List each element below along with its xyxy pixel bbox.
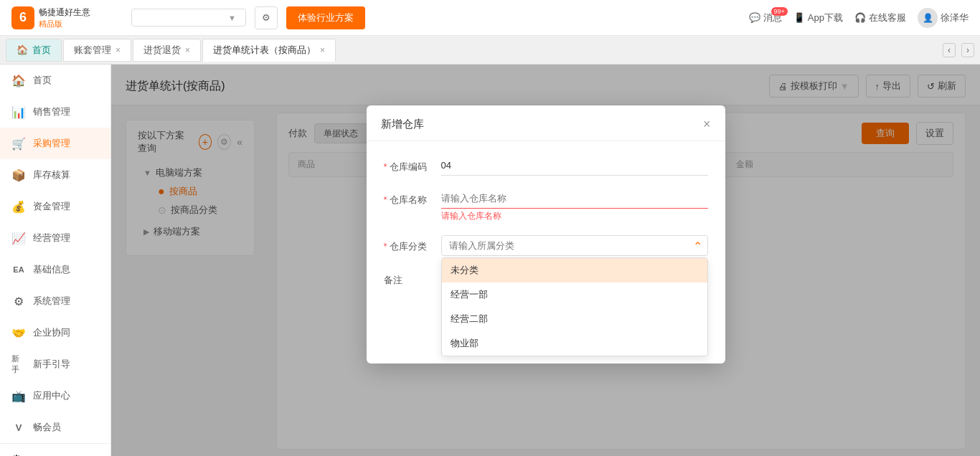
sidebar-item-apps[interactable]: 📺 应用中心 bbox=[0, 380, 110, 412]
code-label: * 仓库编码 bbox=[384, 156, 441, 174]
name-label: * 仓库名称 bbox=[384, 189, 441, 206]
sidebar-bottom: ⚙ ◀ bbox=[0, 443, 110, 456]
dropdown-item-ops1[interactable]: 经营一部 bbox=[442, 282, 707, 307]
sidebar-item-enterprise[interactable]: 🤝 企业协同 bbox=[0, 317, 110, 348]
message-badge: 99+ bbox=[771, 7, 788, 16]
sidebar-item-home[interactable]: 🏠 首页 bbox=[0, 65, 110, 96]
enterprise-icon: 🤝 bbox=[11, 326, 26, 340]
name-input-wrap: 请输入仓库名称 bbox=[441, 189, 708, 222]
tab-purchase-return[interactable]: 进货退货 × bbox=[133, 39, 201, 62]
sidebar-item-operations[interactable]: 📈 经营管理 bbox=[0, 222, 110, 254]
dropdown-item-uncategorized[interactable]: 未分类 bbox=[442, 258, 707, 282]
operations-icon: 📈 bbox=[11, 231, 26, 245]
category-input[interactable] bbox=[441, 235, 708, 256]
apps-icon: 📺 bbox=[11, 389, 26, 403]
experience-button[interactable]: 体验行业方案 bbox=[286, 6, 365, 29]
home-sidebar-icon: 🏠 bbox=[11, 73, 26, 87]
logo-icon: 6 bbox=[11, 6, 34, 29]
tab-prev-button[interactable]: ‹ bbox=[943, 43, 956, 57]
code-input[interactable] bbox=[441, 156, 708, 176]
content-area: 进货单统计(按商品) 🖨 按模板打印 ▼ ↑ 导出 ↺ 刷新 bbox=[111, 65, 980, 456]
category-chevron-icon[interactable]: ⌃ bbox=[693, 239, 702, 252]
header-right: 💬 消息 99+ 📱 App下载 🎧 在线客服 👤 徐泽华 bbox=[749, 8, 969, 28]
vip-icon: V bbox=[11, 420, 26, 434]
online-service-button[interactable]: 🎧 在线客服 bbox=[854, 11, 906, 24]
logo-area: 6 畅捷通好生意 精品版 bbox=[11, 6, 123, 29]
collapse-icon[interactable]: ◀ bbox=[29, 452, 37, 456]
tab-accounts[interactable]: 账套管理 × bbox=[63, 39, 131, 62]
gear-icon: ⚙ bbox=[262, 12, 270, 23]
top-header: 6 畅捷通好生意 精品版 日太阳膜 ▼ ⚙ 体验行业方案 💬 消息 99+ 📱 … bbox=[0, 0, 980, 36]
name-input[interactable] bbox=[441, 189, 708, 209]
name-error-message: 请输入仓库名称 bbox=[441, 210, 708, 222]
settings-bottom-icon[interactable]: ⚙ bbox=[11, 452, 22, 456]
inventory-icon: 📦 bbox=[11, 168, 26, 182]
mobile-icon: 📱 bbox=[793, 12, 805, 23]
main-layout: 🏠 首页 📊 销售管理 🛒 采购管理 📦 库存核算 💰 资金管理 📈 经营管理 … bbox=[0, 65, 980, 456]
sidebar: 🏠 首页 📊 销售管理 🛒 采购管理 📦 库存核算 💰 资金管理 📈 经营管理 … bbox=[0, 65, 111, 456]
search-input[interactable]: 日太阳膜 bbox=[138, 12, 224, 23]
home-icon: 🏠 bbox=[17, 44, 28, 55]
modal-close-button[interactable]: × bbox=[703, 117, 711, 132]
remarks-label: 备注 bbox=[384, 269, 441, 287]
sidebar-item-basics[interactable]: EA 基础信息 bbox=[0, 254, 110, 285]
sidebar-item-system[interactable]: ⚙ 系统管理 bbox=[0, 285, 110, 317]
purchase-icon: 🛒 bbox=[11, 136, 26, 151]
modal-title: 新增仓库 bbox=[381, 118, 424, 131]
dropdown-item-property[interactable]: 物业部 bbox=[442, 331, 707, 356]
sidebar-item-inventory[interactable]: 📦 库存核算 bbox=[0, 159, 110, 191]
sidebar-item-sales[interactable]: 📊 销售管理 bbox=[0, 96, 110, 128]
message-icon: 💬 bbox=[749, 12, 760, 23]
tab-close-accounts[interactable]: × bbox=[116, 45, 121, 55]
search-dropdown-arrow[interactable]: ▼ bbox=[228, 14, 236, 22]
add-warehouse-modal: 新增仓库 × * 仓库编码 * bbox=[367, 105, 725, 364]
tab-home[interactable]: 🏠 首页 bbox=[6, 39, 62, 62]
tab-close-purchase-return[interactable]: × bbox=[185, 45, 190, 55]
form-row-name: * 仓库名称 请输入仓库名称 bbox=[384, 189, 708, 222]
tab-close-purchase-stats[interactable]: × bbox=[320, 45, 325, 55]
user-menu[interactable]: 👤 徐泽华 bbox=[918, 8, 969, 28]
modal-body: * 仓库编码 * 仓库名称 请输入仓库名称 bbox=[367, 141, 725, 316]
tab-bar: 🏠 首页 账套管理 × 进货退货 × 进货单统计表（按商品） × ‹ › bbox=[0, 36, 980, 65]
logo-text: 畅捷通好生意 精品版 bbox=[39, 6, 90, 29]
sidebar-item-guide[interactable]: 新手 新手引导 bbox=[0, 348, 110, 380]
modal-header: 新增仓库 × bbox=[367, 105, 725, 141]
basics-icon: EA bbox=[11, 262, 26, 277]
guide-icon: 新手 bbox=[11, 357, 26, 371]
headset-icon: 🎧 bbox=[854, 12, 866, 23]
category-select-wrap: ⌃ 未分类 经营一部 经营二部 物业部 bbox=[441, 235, 708, 256]
avatar: 👤 bbox=[918, 8, 938, 28]
finance-icon: 💰 bbox=[11, 199, 26, 214]
tab-bar-right-actions: ‹ › bbox=[943, 43, 974, 57]
form-row-category: * 仓库分类 ⌃ 未分类 经营一部 经营二部 物业部 bbox=[384, 235, 708, 256]
category-label: * 仓库分类 bbox=[384, 235, 441, 253]
sidebar-item-purchase[interactable]: 🛒 采购管理 bbox=[0, 128, 110, 159]
dropdown-item-ops2[interactable]: 经营二部 bbox=[442, 307, 707, 331]
tab-purchase-stats[interactable]: 进货单统计表（按商品） × bbox=[202, 39, 336, 62]
code-input-wrap bbox=[441, 156, 708, 176]
settings-gear-button[interactable]: ⚙ bbox=[255, 6, 278, 29]
system-icon: ⚙ bbox=[11, 294, 26, 308]
category-dropdown: 未分类 经营一部 经营二部 物业部 bbox=[441, 257, 708, 356]
app-download-button[interactable]: 📱 App下载 bbox=[793, 11, 843, 24]
tab-next-button[interactable]: › bbox=[961, 43, 974, 57]
header-search-box[interactable]: 日太阳膜 ▼ bbox=[131, 9, 246, 27]
sales-icon: 📊 bbox=[11, 105, 26, 119]
sidebar-item-vip[interactable]: V 畅会员 bbox=[0, 412, 110, 443]
sidebar-item-finance[interactable]: 💰 资金管理 bbox=[0, 191, 110, 222]
message-button[interactable]: 💬 消息 99+ bbox=[749, 11, 782, 24]
form-row-code: * 仓库编码 bbox=[384, 156, 708, 176]
